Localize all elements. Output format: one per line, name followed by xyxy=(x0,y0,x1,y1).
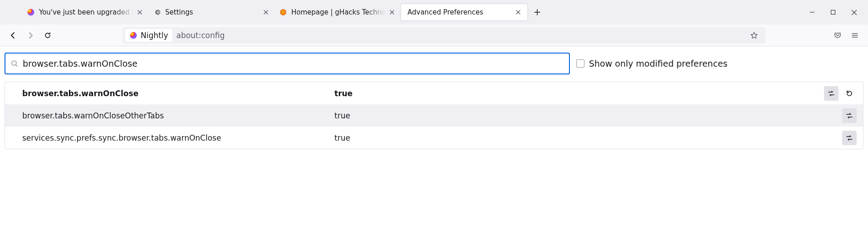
close-icon[interactable] xyxy=(261,8,270,17)
svg-point-4 xyxy=(130,32,137,39)
url-text: about:config xyxy=(176,31,225,40)
tab-ghacks[interactable]: Homepage | gHacks Technology xyxy=(275,4,401,20)
close-icon[interactable] xyxy=(514,8,523,17)
identity-box[interactable]: Nightly xyxy=(125,29,172,42)
toggle-icon xyxy=(845,112,853,120)
search-icon xyxy=(11,60,18,67)
checkbox-label-text: Show only modified preferences xyxy=(589,59,727,69)
pref-actions xyxy=(842,108,857,123)
show-modified-checkbox[interactable]: Show only modified preferences xyxy=(576,59,727,69)
pref-actions xyxy=(842,131,857,145)
page-content: Show only modified preferences browser.t… xyxy=(0,46,868,156)
pref-row[interactable]: browser.tabs.warnOnCloseOtherTabs true xyxy=(5,104,863,127)
firefox-icon xyxy=(130,32,137,39)
tab-strip: You've just been upgraded to Fi Settings… xyxy=(0,0,868,24)
pref-row[interactable]: services.sync.prefs.sync.browser.tabs.wa… xyxy=(5,127,863,149)
window-controls xyxy=(802,4,864,21)
new-tab-button[interactable] xyxy=(529,4,545,20)
menu-icon[interactable] xyxy=(846,27,863,44)
pocket-icon[interactable] xyxy=(829,27,846,44)
search-row: Show only modified preferences xyxy=(5,53,863,74)
pref-name: browser.tabs.warnOnClose xyxy=(22,89,334,98)
toggle-button[interactable] xyxy=(824,86,839,101)
tab-label: Homepage | gHacks Technology xyxy=(291,8,386,16)
pref-value: true xyxy=(334,89,824,98)
svg-point-0 xyxy=(28,9,34,16)
nav-bar: Nightly about:config xyxy=(0,24,868,46)
toggle-icon xyxy=(827,89,835,98)
minimize-button[interactable] xyxy=(802,4,823,21)
toggle-button[interactable] xyxy=(842,108,857,123)
close-icon[interactable] xyxy=(387,8,397,17)
tab-label: Settings xyxy=(165,8,260,16)
toggle-icon xyxy=(845,134,853,142)
pref-search-box[interactable] xyxy=(5,53,570,74)
tab-upgraded[interactable]: You've just been upgraded to Fi xyxy=(23,4,149,20)
tab-label: You've just been upgraded to Fi xyxy=(39,8,133,16)
pref-row[interactable]: browser.tabs.warnOnClose true xyxy=(5,82,863,104)
checkbox-icon xyxy=(576,59,584,68)
close-icon[interactable] xyxy=(135,8,144,17)
url-bar[interactable]: Nightly about:config xyxy=(123,27,765,44)
gear-icon xyxy=(153,9,161,16)
pref-search-input[interactable] xyxy=(23,59,564,69)
tab-label: Advanced Preferences xyxy=(407,8,512,16)
pref-name: services.sync.prefs.sync.browser.tabs.wa… xyxy=(22,133,334,142)
reload-button[interactable] xyxy=(39,27,56,44)
bookmark-star-icon[interactable] xyxy=(745,27,763,44)
svg-rect-3 xyxy=(831,10,835,15)
toggle-button[interactable] xyxy=(842,131,857,145)
identity-label: Nightly xyxy=(141,31,168,40)
svg-point-2 xyxy=(281,10,285,14)
pref-value: true xyxy=(334,133,842,142)
firefox-icon xyxy=(27,9,34,16)
pref-actions xyxy=(824,86,857,101)
maximize-button[interactable] xyxy=(823,4,843,21)
reset-button[interactable] xyxy=(842,86,857,101)
reset-icon xyxy=(845,89,853,98)
pref-name: browser.tabs.warnOnCloseOtherTabs xyxy=(22,111,334,120)
close-window-button[interactable] xyxy=(843,4,864,21)
pref-value: true xyxy=(334,111,842,120)
tab-settings[interactable]: Settings xyxy=(149,4,275,20)
forward-button[interactable] xyxy=(22,27,39,44)
back-button[interactable] xyxy=(5,27,22,44)
ghacks-icon xyxy=(280,9,287,16)
pref-results: browser.tabs.warnOnClose true browser.ta… xyxy=(5,82,863,149)
tab-advanced-preferences[interactable]: Advanced Preferences xyxy=(401,4,527,20)
